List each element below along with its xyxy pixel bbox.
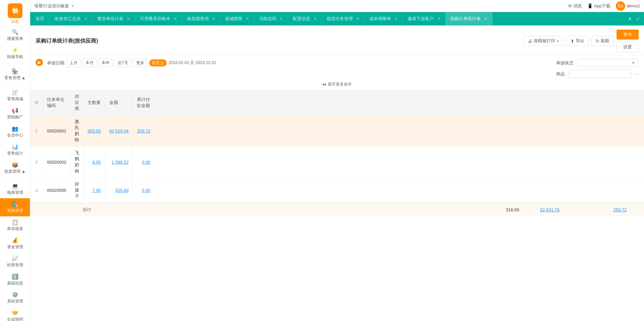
cell-qty-1[interactable]: 6.00 xyxy=(83,147,105,178)
filter-wrapper: ▶ 单据日期 上月 本月 本年 近7天 更多 自定义 2016-01-01 至 … xyxy=(30,55,644,90)
tab-8[interactable]: 拣货任务管理✕ xyxy=(322,12,365,25)
tab-close-3[interactable]: ✕ xyxy=(174,16,177,21)
sidebar-icon-1: ⚡ xyxy=(12,47,18,53)
sidebar-item-0[interactable]: 🔍 搜索英单 xyxy=(0,26,30,44)
sidebar-label-13: 基础信息 xyxy=(7,280,23,286)
export-button[interactable]: ⬆ 导出 xyxy=(566,36,589,46)
th-extra xyxy=(155,90,644,115)
tab-close-1[interactable]: ✕ xyxy=(84,16,88,21)
cell-supplier-1: 飞鹤奶粉 xyxy=(70,147,83,178)
app-download-action[interactable]: 📱 App下载 xyxy=(587,3,610,9)
table-row[interactable]: 3 00020005 好孩子 7.00 525.80 0.00 xyxy=(30,178,644,203)
tab-close-5[interactable]: ✕ xyxy=(246,16,249,21)
this-month-button[interactable]: 本月 xyxy=(83,59,97,67)
tab-2[interactable]: 要货单统计表✕ xyxy=(93,12,135,25)
sidebar-label-14: 系统管理 xyxy=(7,299,23,304)
cell-amount-0[interactable]: 60,519.44 xyxy=(105,115,133,147)
query-button[interactable]: 查询 xyxy=(616,30,639,40)
sidebar-item-3[interactable]: 🛒 零售商城 xyxy=(0,87,30,105)
tab-3[interactable]: 可用量库存账本✕ xyxy=(135,12,182,25)
goods-filter-row: 商品 ··· xyxy=(556,70,639,78)
sidebar-item-8[interactable]: 💻 电商管理 xyxy=(0,180,30,198)
refresh-button[interactable]: ↻ 刷新 xyxy=(591,36,614,46)
template-print-button[interactable]: 🖨 按模板打印 ▾ xyxy=(524,36,564,46)
sidebar-icon-14: ⚙️ xyxy=(12,291,18,298)
user-area[interactable]: Ea demo2 xyxy=(616,1,640,11)
cell-code-1: 00020002 xyxy=(43,147,71,178)
tab-close-7[interactable]: ✕ xyxy=(314,16,317,21)
filter-toggle-button[interactable]: ▶ xyxy=(36,59,43,66)
close-all-tabs-button[interactable]: ✕ xyxy=(627,15,633,23)
tab-close-6[interactable]: ✕ xyxy=(280,16,283,21)
sidebar-item-2[interactable]: 🏪 零售管理 ▲ xyxy=(0,65,30,84)
cell-code-0: 00020001 xyxy=(43,115,71,147)
store-dropdown-icon[interactable]: ▾ xyxy=(72,3,74,8)
cell-amount-2[interactable]: 525.80 xyxy=(105,178,133,203)
tab-4[interactable]: 保质期查询✕ xyxy=(182,12,220,25)
tab-close-2[interactable]: ✕ xyxy=(127,16,130,21)
more-date-button[interactable]: 更多 xyxy=(133,59,147,67)
sidebar-label-4: 营销推广 xyxy=(7,114,23,120)
sidebar-label-6: 零售统计 xyxy=(7,151,23,156)
tab-1[interactable]: 收发存汇总表✕ xyxy=(50,12,93,25)
column-settings-icon[interactable]: ⚙ xyxy=(34,100,39,105)
tab-9[interactable]: 成本调整单✕ xyxy=(365,12,403,25)
goods-input[interactable] xyxy=(569,70,631,78)
sidebar-item-9[interactable]: 🛍️ 采购管理 xyxy=(0,198,30,216)
this-year-button[interactable]: 本年 xyxy=(99,59,113,67)
sidebar-item-6[interactable]: 📊 零售统计 xyxy=(0,141,30,159)
sidebar-icon-12: 📈 xyxy=(12,255,18,262)
footer-qty: 316.00 xyxy=(492,207,533,212)
tab-close-4[interactable]: ✕ xyxy=(212,16,215,21)
settings-button[interactable]: 设置 xyxy=(616,42,639,52)
tab-6[interactable]: 功能说明✕ xyxy=(254,12,288,25)
tab-close-11[interactable]: ✕ xyxy=(484,16,487,21)
sidebar-item-5[interactable]: 👥 会员中心 xyxy=(0,123,30,141)
sidebar-item-7[interactable]: 📦 批发管理 ▲ xyxy=(0,159,30,177)
tab-close-9[interactable]: ✕ xyxy=(394,16,398,21)
tab-5[interactable]: 超储预警✕ xyxy=(220,12,254,25)
tab-7[interactable]: 配置信息✕ xyxy=(288,12,322,25)
sidebar-item-1[interactable]: ⚡ 快捷导航 xyxy=(0,44,30,62)
sidebar-icon-11: 💰 xyxy=(12,237,18,244)
tab-10[interactable]: 邀请下游客户✕ xyxy=(403,12,445,25)
sidebar-icon-4: 📢 xyxy=(12,107,18,114)
tab-close-8[interactable]: ✕ xyxy=(356,16,360,21)
app-logo-text: 标题 xyxy=(11,19,19,24)
status-select[interactable] xyxy=(578,59,638,67)
expand-more-bar[interactable]: ▾▾ 展开更多条件 xyxy=(30,80,644,90)
tab-11[interactable]: 采购订单统计表✕ xyxy=(445,12,492,25)
cell-qty-0[interactable]: 303.00 xyxy=(83,115,105,147)
sidebar-logo: 畅 标题 xyxy=(0,0,30,26)
restore-tabs-button[interactable]: ⤢ xyxy=(635,15,641,23)
cell-qty-2[interactable]: 7.00 xyxy=(83,178,105,203)
goods-more-icon[interactable]: ··· xyxy=(635,72,639,76)
cell-paid-1[interactable]: 0.00 xyxy=(133,147,155,178)
table-row[interactable]: 2 00020002 飞鹤奶粉 6.00 1,586.52 0.00 xyxy=(30,147,644,178)
last-month-button[interactable]: 上月 xyxy=(66,59,80,67)
tab-close-10[interactable]: ✕ xyxy=(437,16,440,21)
page-content: 采购订单统计表(按供应商) 🖨 按模板打印 ▾ ⬆ 导出 ↻ 刷新 查询 设置 xyxy=(30,25,644,321)
sidebar-item-14[interactable]: ⚙️ 系统管理 xyxy=(0,289,30,307)
cell-amount-1[interactable]: 1,586.52 xyxy=(105,147,133,178)
sidebar-item-4[interactable]: 📢 营销推广 xyxy=(0,105,30,123)
sidebar-item-15[interactable]: 🤝 企业协同 xyxy=(0,307,30,321)
export-icon: ⬆ xyxy=(571,39,574,44)
cell-no-0: 1 xyxy=(30,115,43,147)
last-7days-button[interactable]: 近7天 xyxy=(115,59,131,67)
cell-paid-0[interactable]: 259.72 xyxy=(133,115,155,147)
sidebar-item-12[interactable]: 📈 经营管理 xyxy=(0,253,30,271)
message-action[interactable]: ✉ 消息 xyxy=(568,3,582,9)
tab-0[interactable]: 首页 xyxy=(30,12,50,25)
sidebar-item-11[interactable]: 💰 资金管理 xyxy=(0,234,30,253)
page-title: 采购订单统计表(按供应商) xyxy=(36,38,98,45)
cell-paid-2[interactable]: 0.00 xyxy=(133,178,155,203)
sidebar-item-13[interactable]: ℹ️ 基础信息 xyxy=(0,271,30,289)
th-supplier: 供应商 xyxy=(70,90,83,115)
filter-top-row: ▶ 单据日期 上月 本月 本年 近7天 更多 自定义 2016-01-01 至 … xyxy=(30,55,644,80)
sidebar-item-10[interactable]: 📋 库存核算 xyxy=(0,216,30,234)
cell-supplier-0: 惠氏奶粉 xyxy=(70,115,83,147)
footer-label: 合计 xyxy=(62,207,163,213)
goods-filter-label: 商品 xyxy=(556,71,565,77)
table-row[interactable]: 1 00020001 惠氏奶粉 303.00 60,519.44 259.72 xyxy=(30,115,644,147)
